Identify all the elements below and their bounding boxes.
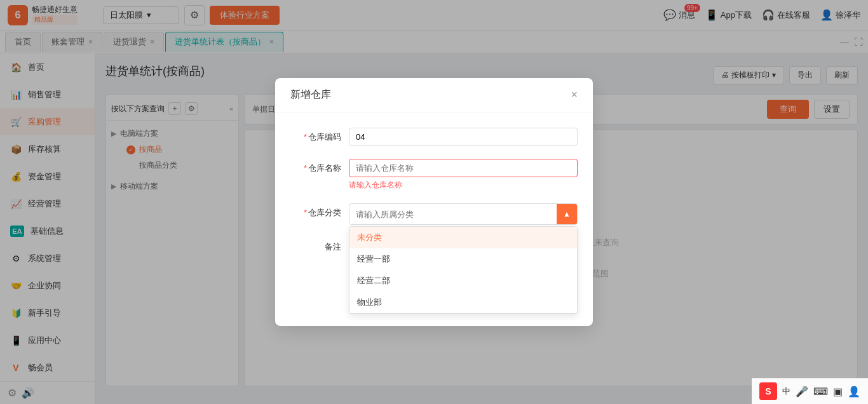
dialog-title: 新增仓库 <box>290 88 331 102</box>
category-dropdown-list: 未分类 经营一部 经营二部 物业部 <box>349 226 578 314</box>
warehouse-name-row: 仓库名称 请输入仓库名称 <box>290 159 578 191</box>
name-error-msg: 请输入仓库名称 <box>349 180 578 191</box>
modal-overlay: 新增仓库 × 仓库编码 仓库名称 请输入仓库名称 <box>0 0 868 404</box>
category-dropdown-btn[interactable]: ▲ <box>557 204 577 224</box>
option-dept2[interactable]: 经营二部 <box>349 270 577 292</box>
category-input-row: ▲ <box>349 203 578 225</box>
dialog-close-btn[interactable]: × <box>571 88 578 102</box>
add-warehouse-dialog: 新增仓库 × 仓库编码 仓库名称 请输入仓库名称 <box>275 78 593 326</box>
remark-label: 备注 <box>290 238 341 253</box>
dialog-header: 新增仓库 × <box>275 78 593 112</box>
chinese-input-btn[interactable]: 中 <box>782 386 790 397</box>
name-input[interactable] <box>349 159 578 177</box>
option-property[interactable]: 物业部 <box>349 292 577 313</box>
code-input[interactable] <box>349 128 578 146</box>
name-field: 请输入仓库名称 <box>349 159 578 191</box>
user-bottom-icon[interactable]: 👤 <box>848 386 860 398</box>
category-input[interactable] <box>349 206 557 223</box>
bottom-bar: S 中 🎤 ⌨ ▣ 👤 <box>752 378 868 404</box>
option-dept1[interactable]: 经营一部 <box>349 248 577 270</box>
code-field <box>349 128 578 146</box>
chevron-up-icon: ▲ <box>563 210 571 219</box>
name-label: 仓库名称 <box>290 159 341 174</box>
screen-icon[interactable]: ▣ <box>833 386 843 398</box>
keyboard-icon[interactable]: ⌨ <box>813 386 828 398</box>
warehouse-code-row: 仓库编码 <box>290 128 578 146</box>
warehouse-category-row: 仓库分类 ▲ 未分类 经营一部 经营二部 物业部 <box>290 203 578 225</box>
dialog-body: 仓库编码 仓库名称 请输入仓库名称 仓库分类 <box>275 112 593 284</box>
code-label: 仓库编码 <box>290 128 341 143</box>
category-label: 仓库分类 <box>290 203 341 219</box>
mic-icon[interactable]: 🎤 <box>796 386 808 398</box>
option-unclassified[interactable]: 未分类 <box>349 227 577 248</box>
s-icon-btn[interactable]: S <box>759 382 777 400</box>
category-field: ▲ 未分类 经营一部 经营二部 物业部 <box>349 203 578 225</box>
